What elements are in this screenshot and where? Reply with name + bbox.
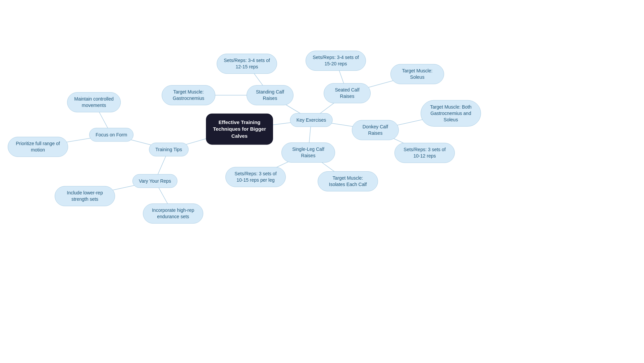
node-target-gastrocnemius: Target Muscle: Gastrocnemius — [162, 85, 215, 105]
central-node: Effective Training Techniques for Bigger… — [206, 114, 273, 145]
node-sets-reps-standing: Sets/Reps: 3-4 sets of 12-15 reps — [217, 54, 277, 74]
node-lower-rep: Include lower-rep strength sets — [55, 186, 115, 206]
node-target-isolates: Target Muscle: Isolates Each Calf — [318, 171, 378, 191]
node-single-leg: Single-Leg Calf Raises — [281, 142, 335, 163]
node-target-soleus: Target Muscle: Soleus — [390, 64, 444, 84]
node-sets-reps-donkey: Sets/Reps: 3 sets of 10-12 reps — [394, 143, 455, 163]
node-key-exercises: Key Exercises — [290, 113, 333, 127]
node-training-tips: Training Tips — [149, 143, 189, 157]
mindmap-container: Effective Training Techniques for Bigger… — [0, 0, 644, 363]
node-vary-reps: Vary Your Reps — [132, 174, 177, 188]
node-maintain-controlled: Maintain controlled movements — [67, 92, 121, 112]
node-sets-reps-single: Sets/Reps: 3 sets of 10-15 reps per leg — [225, 167, 286, 187]
node-target-both: Target Muscle: Both Gastrocnemius and So… — [421, 100, 481, 127]
node-prioritize-range: Prioritize full range of motion — [8, 137, 68, 157]
node-donkey-calf: Donkey Calf Raises — [352, 120, 399, 140]
node-standing-calf: Standing Calf Raises — [247, 85, 293, 105]
node-high-rep: Incorporate high-rep endurance sets — [143, 203, 203, 224]
node-seated-calf: Seated Calf Raises — [324, 83, 371, 103]
node-sets-reps-seated: Sets/Reps: 3-4 sets of 15-20 reps — [306, 51, 366, 71]
node-focus-on-form: Focus on Form — [89, 128, 133, 142]
